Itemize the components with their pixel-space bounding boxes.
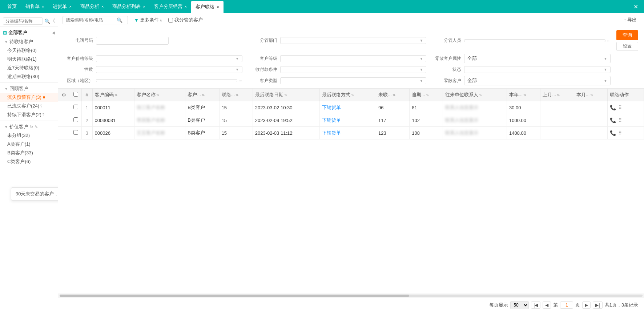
tab-customer-tier-close[interactable]: ×	[185, 4, 187, 9]
row2-checkbox[interactable]	[70, 114, 81, 127]
row2-select-checkbox[interactable]	[73, 117, 78, 122]
filter-select-person[interactable]	[464, 39, 605, 42]
tab-analysis-list-close[interactable]: ×	[143, 4, 145, 9]
sidebar-item-today-contact[interactable]: 今天待联络(0)	[0, 46, 58, 55]
tab-analysis-close[interactable]: ×	[101, 4, 104, 9]
loss-warning-label: 流失预警客户(3)	[7, 94, 41, 101]
filter-region-more[interactable]: ···	[239, 78, 242, 83]
row2-method-link[interactable]: 下销货单	[322, 117, 341, 123]
col-unit-contact[interactable]: 往来单位联系人⇅	[443, 89, 507, 101]
row3-contact-icon[interactable]: 📞	[610, 130, 616, 136]
col-customer-name[interactable]: 客户名称⇅	[134, 89, 185, 101]
filter-select-status[interactable]: ▼	[464, 66, 611, 73]
col-not-contacted[interactable]: 未联...⇅	[376, 89, 410, 101]
tab-customer-contact[interactable]: 客户联络 ×	[191, 1, 223, 13]
filter-input-phone[interactable]	[96, 37, 169, 45]
sidebar-item-tomorrow-contact[interactable]: 明天待联络(1)	[0, 55, 58, 64]
col-overdue[interactable]: 逾期...⇅	[410, 89, 443, 101]
col-checkbox[interactable]	[70, 89, 81, 101]
search-input[interactable]	[66, 17, 117, 23]
filter-select-dept[interactable]: ▼	[280, 37, 427, 44]
row3-more-icon[interactable]: ⠿	[618, 130, 622, 136]
more-filter-button[interactable]: ▼ 更多条件 ∧	[131, 15, 165, 25]
tab-purchase[interactable]: 进货单 ×	[48, 0, 76, 13]
select-all-checkbox[interactable]	[73, 92, 78, 97]
filter-select-scatter-customer[interactable]: 全部 ▼	[464, 76, 611, 85]
col-last-contact-method[interactable]: 最后联络方式⇅	[319, 89, 376, 101]
row1-method-link[interactable]: 下销货单	[322, 105, 341, 110]
sidebar-group-lost-customers[interactable]: ▼ 回顾客户	[0, 84, 58, 93]
value-customers-edit-icon[interactable]: ✎	[35, 125, 38, 129]
row1-method[interactable]: 下销货单	[319, 101, 376, 114]
page-size-select[interactable]: 50 20 100	[510, 301, 529, 309]
query-button[interactable]: 查询	[616, 30, 638, 40]
col-this-month[interactable]: 本月...⇅	[574, 89, 607, 101]
col-customer-type[interactable]: 客户...⇅	[185, 89, 219, 101]
tab-customer-tier[interactable]: 客户分层经营 ×	[150, 0, 191, 13]
row2-more-icon[interactable]: ⠿	[618, 117, 622, 123]
sidebar-item-declining[interactable]: 持续下滑客户(2) ?	[0, 110, 58, 119]
row3-select-checkbox[interactable]	[73, 130, 78, 135]
sidebar-item-loss-warning[interactable]: 流失预警客户(3)	[0, 93, 58, 102]
scrollbar-track[interactable]	[60, 295, 643, 297]
all-customers-collapse-arrow[interactable]: ◀	[52, 31, 55, 35]
my-customer-checkbox-area[interactable]: 我分管的客户	[168, 17, 203, 23]
filter-settings-button[interactable]: 设置	[616, 42, 638, 51]
col-customer-code[interactable]: 客户编码⇅	[92, 89, 134, 101]
export-button[interactable]: ↑ 导出	[621, 16, 640, 24]
sidebar-item-overdue-contact[interactable]: 逾期未联络(30)	[0, 72, 58, 81]
horizontal-scrollbar[interactable]	[58, 293, 644, 298]
filter-select-nature[interactable]: ▼	[96, 66, 242, 73]
all-customers-header[interactable]: ⊞ 全部客户 ◀	[0, 28, 58, 37]
col-last-month[interactable]: 上月...⇅	[540, 89, 574, 101]
row3-method[interactable]: 下销货单	[319, 127, 376, 139]
page-number-input[interactable]	[560, 301, 573, 309]
sidebar-group-pending-contact[interactable]: ▼ 待联络客户	[0, 37, 58, 46]
col-this-year[interactable]: 本年...⇅	[507, 89, 540, 101]
sidebar-item-ungrouped[interactable]: 未分组(32)	[0, 131, 58, 140]
my-customer-checkbox[interactable]	[168, 18, 173, 23]
tab-analysis[interactable]: 商品分析 ×	[76, 0, 108, 13]
filter-select-region[interactable]	[96, 79, 237, 82]
sidebar-search-input[interactable]	[3, 17, 43, 25]
tab-home[interactable]: 首页	[3, 0, 21, 13]
filter-select-payment[interactable]: ▼	[280, 66, 427, 73]
filter-select-scatter-attr[interactable]: 全部 ▼	[464, 54, 611, 63]
tab-customer-contact-close[interactable]: ×	[217, 5, 219, 9]
sidebar-item-class-a[interactable]: A类客户(1)	[0, 140, 58, 149]
tab-purchase-close[interactable]: ×	[69, 4, 71, 9]
tab-analysis-list[interactable]: 商品分析列表 ×	[108, 0, 149, 13]
sidebar-group-value-customers[interactable]: ▼ 价值客户 ↻ ✎	[0, 122, 58, 131]
row3-checkbox[interactable]	[70, 127, 81, 139]
row1-more-icon[interactable]: ⠿	[618, 105, 622, 110]
tab-sales-close[interactable]: ×	[42, 4, 44, 9]
filter-select-customer-type[interactable]: ▼	[280, 77, 427, 84]
sidebar-item-already-lost[interactable]: 已流失客户(24) ?	[0, 102, 58, 110]
row2-method[interactable]: 下销货单	[319, 114, 376, 127]
next-page-button[interactable]: ▶	[582, 301, 591, 309]
row3-method-link[interactable]: 下销货单	[322, 130, 341, 135]
row1-checkbox[interactable]	[70, 101, 81, 114]
sidebar-item-week-contact[interactable]: 近7天待联络(0)	[0, 64, 58, 72]
sidebar-collapse-button[interactable]: 《	[50, 18, 55, 24]
filter-select-price-level[interactable]: ▼	[96, 55, 242, 62]
value-customers-refresh-icon[interactable]: ↻	[30, 125, 33, 129]
window-close-button[interactable]: ✕	[631, 3, 641, 10]
prev-page-button[interactable]: ◀	[543, 301, 551, 309]
toolbar-search-icon[interactable]: 🔍	[117, 17, 122, 23]
row2-contact-icon[interactable]: 📞	[610, 117, 616, 123]
last-page-button[interactable]: ▶|	[593, 301, 602, 309]
row1-select-checkbox[interactable]	[73, 105, 78, 109]
sidebar-search-icon[interactable]: 🔍	[44, 19, 50, 24]
sidebar-item-class-c[interactable]: C类客户(6)	[0, 157, 58, 166]
col-contact[interactable]: 联络...⇅	[219, 89, 253, 101]
tab-sales[interactable]: 销售单 ×	[21, 0, 48, 13]
col-last-contact-date[interactable]: 最后联络日期⇅	[253, 89, 319, 101]
scrollbar-thumb[interactable]	[60, 295, 409, 297]
row1-contact-icon[interactable]: 📞	[610, 105, 616, 110]
col-settings[interactable]: ⚙	[58, 89, 70, 101]
sidebar-item-class-b[interactable]: B类客户(33)	[0, 149, 58, 157]
first-page-button[interactable]: |◀	[531, 301, 540, 309]
filter-person-more[interactable]: ···	[607, 38, 611, 43]
filter-select-customer-level[interactable]: ▼	[280, 55, 427, 62]
